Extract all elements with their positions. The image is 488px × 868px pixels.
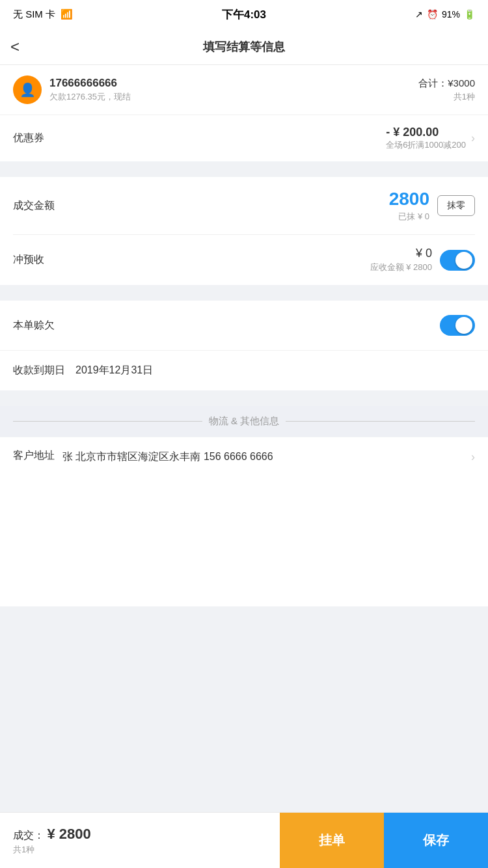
address-chevron-icon: › (471, 450, 475, 464)
coupon-discount: - ¥ 200.00 (386, 126, 466, 139)
deal-amount-right: 2800 已抹 ¥ 0 抹零 (389, 189, 475, 223)
pre-collect-info: ¥ 0 应收金额 ¥ 2800 (370, 247, 432, 273)
back-button[interactable]: < (10, 38, 20, 56)
coupon-right: - ¥ 200.00 全场6折满1000减200 › (386, 126, 475, 151)
page-title: 填写结算等信息 (203, 39, 285, 55)
separator-3 (0, 390, 488, 398)
debt-label: 本单赊欠 (13, 319, 55, 332)
bottom-count: 共1种 (13, 844, 267, 856)
coupon-label: 优惠券 (13, 131, 44, 145)
customer-row: 👤 17666666666 欠款1276.35元，现结 合计：¥3000 共1种 (0, 65, 488, 115)
logistics-header: 物流 & 其他信息 (0, 406, 488, 437)
deal-amount-info: 2800 已抹 ¥ 0 (389, 189, 429, 223)
separator-2 (0, 285, 488, 293)
round-off-button[interactable]: 抹零 (437, 195, 475, 216)
customer-details: 17666666666 欠款1276.35元，现结 (49, 77, 131, 103)
due-date-label: 收款到期日 (13, 364, 65, 377)
nav-bar: < 填写结算等信息 (0, 29, 488, 65)
customer-sub: 欠款1276.35元，现结 (49, 91, 131, 103)
bottom-deal-label: 成交： (13, 830, 44, 841)
avatar: 👤 (13, 75, 42, 104)
customer-card: 👤 17666666666 欠款1276.35元，现结 合计：¥3000 共1种… (0, 65, 488, 161)
status-right: ↗ ⏰ 91% 🔋 (415, 9, 475, 20)
alarm-icon: ⏰ (427, 9, 438, 20)
customer-info: 👤 17666666666 欠款1276.35元，现结 (13, 75, 131, 104)
debt-toggle[interactable] (440, 315, 475, 336)
customer-phone: 17666666666 (49, 77, 131, 90)
customer-total: 合计：¥3000 共1种 (418, 77, 475, 103)
coupon-row[interactable]: 优惠券 - ¥ 200.00 全场6折满1000减200 › (0, 115, 488, 161)
coupon-chevron-icon: › (471, 131, 475, 145)
pre-collect-toggle[interactable] (440, 250, 475, 271)
deal-amount-row: 成交金额 2800 已抹 ¥ 0 抹零 (13, 177, 475, 235)
bottom-deal-price: ¥ 2800 (47, 826, 90, 842)
debt-row: 本单赊欠 (0, 301, 488, 350)
address-label: 客户地址 (13, 449, 55, 463)
empty-space (0, 476, 488, 606)
status-left: 无 SIM 卡 📶 (13, 8, 73, 21)
deal-amount-label: 成交金额 (13, 199, 55, 213)
toggle-knob (455, 252, 472, 269)
due-date-row: 收款到期日 2019年12月31日 (0, 350, 488, 390)
total-count: 共1种 (418, 91, 475, 103)
logistics-title: 物流 & 其他信息 (209, 415, 279, 427)
coupon-detail: 全场6折满1000减200 (386, 139, 466, 151)
main-content: 👤 17666666666 欠款1276.35元，现结 合计：¥3000 共1种… (0, 65, 488, 665)
deal-amount-value: 2800 (389, 189, 429, 210)
location-icon: ↗ (415, 9, 423, 20)
wifi-icon: 📶 (61, 8, 73, 20)
debt-toggle-knob (455, 317, 472, 334)
battery-level: 91% (442, 9, 460, 20)
status-bar: 无 SIM 卡 📶 下午4:03 ↗ ⏰ 91% 🔋 (0, 0, 488, 29)
address-row[interactable]: 客户地址 张 北京市市辖区海淀区永丰南 156 6666 6666 › (0, 437, 488, 476)
total-amount: 合计：¥3000 (418, 77, 475, 90)
pre-collect-sub: 应收金额 ¥ 2800 (370, 262, 432, 273)
due-date-value: 2019年12月31日 (75, 364, 153, 377)
pre-collect-value: ¥ 0 (370, 247, 432, 260)
bottom-deal-line: 成交： ¥ 2800 (13, 826, 267, 843)
separator-1 (0, 169, 488, 177)
status-time: 下午4:03 (222, 7, 266, 22)
deal-amount-sub: 已抹 ¥ 0 (389, 211, 429, 223)
save-button[interactable]: 保存 (384, 813, 488, 869)
battery-icon: 🔋 (464, 9, 475, 20)
coupon-info: - ¥ 200.00 全场6折满1000减200 (386, 126, 466, 151)
bottom-bar: 成交： ¥ 2800 共1种 挂单 保存 (0, 812, 488, 868)
amount-section: 成交金额 2800 已抹 ¥ 0 抹零 冲预收 ¥ 0 应收金额 ¥ 2800 (0, 177, 488, 285)
pre-collect-label: 冲预收 (13, 253, 44, 267)
pending-button[interactable]: 挂单 (280, 813, 384, 869)
logistics-line-right (286, 421, 475, 422)
pre-collect-right: ¥ 0 应收金额 ¥ 2800 (370, 247, 475, 273)
address-value: 张 北京市市辖区海淀区永丰南 156 6666 6666 (62, 449, 463, 465)
sim-status: 无 SIM 卡 (13, 8, 55, 21)
bottom-summary: 成交： ¥ 2800 共1种 (0, 826, 280, 856)
pre-collect-row: 冲预收 ¥ 0 应收金额 ¥ 2800 (13, 235, 475, 285)
logistics-line-left (13, 421, 202, 422)
